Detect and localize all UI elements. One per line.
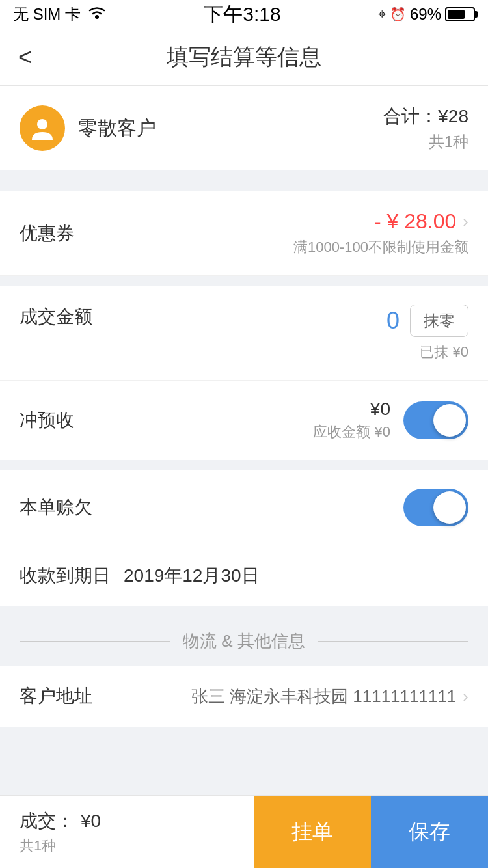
- due-date-label: 收款到期日: [20, 563, 111, 588]
- back-button[interactable]: <: [18, 44, 32, 71]
- customer-left: 零散客户: [20, 105, 156, 151]
- prepay-amount: ¥0: [313, 399, 390, 420]
- bottom-count: 共1种: [20, 836, 234, 856]
- logistics-section-header: 物流 & 其他信息: [0, 617, 488, 666]
- due-date-value: 2019年12月30日: [124, 563, 260, 588]
- total-count: 共1种: [383, 131, 468, 152]
- deal-right: 0 抹零 已抹 ¥0: [386, 305, 468, 362]
- prepay-toggle[interactable]: [403, 401, 468, 439]
- prepay-row: 冲预收 ¥0 应收金额 ¥0: [0, 381, 488, 460]
- header-line-right: [318, 641, 468, 642]
- header-line-left: [20, 641, 170, 642]
- status-bar: 无 SIM 卡 下午3:18 ⌖ ⏰ 69%: [0, 0, 488, 29]
- divider-3: [0, 460, 488, 470]
- address-row[interactable]: 客户地址 张三 海淀永丰科技园 11111111111 ›: [0, 666, 488, 727]
- svg-point-0: [95, 15, 99, 19]
- hang-button[interactable]: 挂单: [254, 796, 371, 869]
- credit-row: 本单赊欠: [0, 470, 488, 545]
- coupon-label: 优惠券: [20, 221, 74, 246]
- divider-4: [0, 606, 488, 617]
- prepay-label: 冲预收: [20, 408, 74, 433]
- bottom-deal-label: 成交：: [20, 809, 74, 834]
- battery-percent: 69%: [410, 5, 441, 23]
- prepay-sub: 应收金额 ¥0: [313, 422, 390, 442]
- coupon-value: - ¥ 28.00: [374, 210, 456, 234]
- customer-name: 零散客户: [78, 115, 156, 142]
- logistics-label: 物流 & 其他信息: [183, 630, 305, 653]
- save-button[interactable]: 保存: [371, 796, 488, 869]
- coupon-right: - ¥ 28.00 › 满1000-100不限制使用金额: [293, 210, 468, 257]
- prepay-right: ¥0 应收金额 ¥0: [313, 399, 468, 442]
- deal-amount-value: 0: [386, 307, 400, 334]
- total-amount: 合计：¥28: [383, 104, 468, 129]
- chevron-right-icon: ›: [463, 211, 468, 232]
- divider-2: [0, 276, 488, 286]
- toggle-thumb: [433, 404, 466, 437]
- deal-amount-row: 成交金额 0 抹零 已抹 ¥0: [0, 286, 488, 381]
- svg-point-1: [37, 119, 47, 129]
- nav-bar: < 填写结算等信息: [0, 29, 488, 86]
- customer-section: 零散客户 合计：¥28 共1种: [0, 86, 488, 170]
- alarm-icon: ⏰: [390, 7, 406, 22]
- credit-toggle-thumb: [433, 491, 466, 524]
- coupon-subtext: 满1000-100不限制使用金额: [293, 237, 468, 257]
- coupon-row[interactable]: 优惠券 - ¥ 28.00 › 满1000-100不限制使用金额: [0, 191, 488, 276]
- due-date-row: 收款到期日 2019年12月30日: [0, 545, 488, 606]
- avatar: [20, 105, 65, 151]
- status-time: 下午3:18: [204, 1, 280, 28]
- credit-label: 本单赊欠: [20, 495, 92, 520]
- bottom-deal-amount: ¥0: [81, 811, 101, 832]
- content: 零散客户 合计：¥28 共1种 优惠券 - ¥ 28.00 › 满1000-10…: [0, 86, 488, 868]
- customer-summary: 合计：¥28 共1种: [383, 104, 468, 152]
- address-label: 客户地址: [20, 684, 92, 709]
- deal-sub-text: 已抹 ¥0: [420, 342, 468, 362]
- battery-icon: [445, 7, 475, 21]
- round-zero-button[interactable]: 抹零: [410, 305, 468, 337]
- wifi-icon: [87, 5, 107, 23]
- credit-toggle[interactable]: [403, 489, 468, 526]
- bottom-summary: 成交： ¥0 共1种: [0, 809, 254, 856]
- page-title: 填写结算等信息: [167, 42, 321, 72]
- address-chevron-icon: ›: [463, 686, 468, 707]
- status-right: ⌖ ⏰ 69%: [378, 5, 475, 23]
- divider-1: [0, 181, 488, 191]
- status-left: 无 SIM 卡: [13, 4, 107, 25]
- deal-amount-label: 成交金额: [20, 305, 92, 329]
- location-icon: ⌖: [378, 6, 386, 23]
- bottom-bar: 成交： ¥0 共1种 挂单 保存: [0, 795, 488, 868]
- carrier-text: 无 SIM 卡: [13, 4, 81, 25]
- address-value: 张三 海淀永丰科技园 11111111111: [105, 685, 456, 708]
